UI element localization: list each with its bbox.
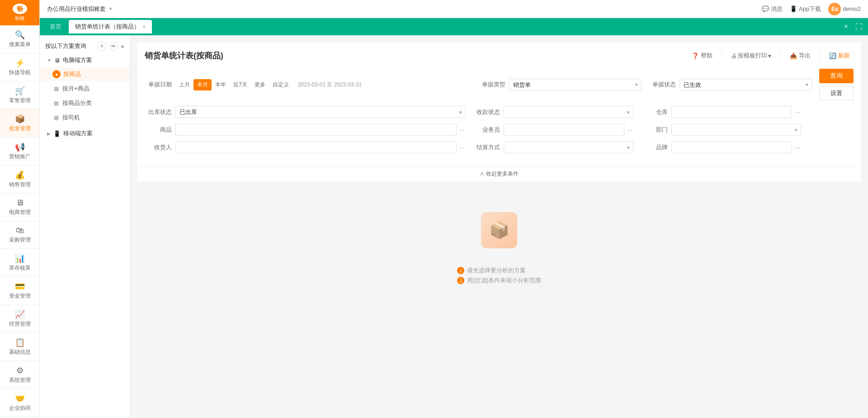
print-template-btn[interactable]: 🖨 按模板打印 ▾ bbox=[727, 50, 775, 62]
more-btn[interactable]: 更多 bbox=[251, 79, 269, 90]
sidebar-item-purchase[interactable]: 🛍 采购管理 bbox=[0, 221, 39, 249]
warehouse-dots[interactable]: ··· bbox=[794, 109, 801, 116]
nav-collapse-btn[interactable]: « bbox=[121, 43, 124, 50]
brand-input[interactable] bbox=[671, 141, 792, 153]
department-select[interactable] bbox=[671, 124, 801, 136]
last7-btn[interactable]: 近7天 bbox=[230, 79, 251, 90]
this-month-btn[interactable]: 本月 bbox=[193, 79, 212, 90]
app-download-action[interactable]: 📱 App下载 bbox=[790, 5, 821, 13]
badge-icon: ● bbox=[55, 72, 58, 77]
logo-icon: 畅 bbox=[13, 4, 27, 14]
filter-main-area: 销货单统计表(按商品) ❓ 帮助 🖨 按模板打印 ▾ bbox=[130, 35, 868, 418]
tab-expand-btn[interactable]: ⛶ bbox=[854, 21, 864, 33]
doc-type-select[interactable]: 销货单 bbox=[509, 79, 642, 91]
workspace-chevron-icon[interactable]: ▾ bbox=[109, 6, 112, 12]
refresh-label: 刷新 bbox=[838, 52, 850, 60]
logo-label: 标账 bbox=[15, 15, 25, 22]
out-status-select[interactable]: 已出库 bbox=[175, 106, 466, 118]
nav-item-by-category-label: 按商品分类 bbox=[62, 99, 92, 107]
consignee-input[interactable] bbox=[175, 141, 457, 153]
operations-icon: 📈 bbox=[15, 309, 25, 319]
refresh-btn[interactable]: 🔄 刷新 bbox=[826, 50, 854, 62]
product-input[interactable] bbox=[175, 124, 457, 136]
tab-close-all-btn[interactable]: × bbox=[842, 21, 850, 33]
custom-btn[interactable]: 自定义 bbox=[269, 79, 292, 90]
sidebar-item-operations[interactable]: 📈 经营管理 bbox=[0, 305, 39, 333]
export-btn[interactable]: 📤 导出 bbox=[786, 50, 814, 62]
sidebar-label-quick: 快捷导航 bbox=[9, 69, 31, 76]
sidebar-item-retail[interactable]: 🛒 零售管理 bbox=[0, 81, 39, 109]
payment-status-label: 收款状态 bbox=[473, 108, 500, 116]
settings-btn[interactable]: 设置 bbox=[819, 86, 854, 100]
sidebar-item-quick[interactable]: ⚡ 快捷导航 bbox=[0, 53, 39, 81]
sidebar-item-ecommerce[interactable]: 🖥 电商管理 bbox=[0, 194, 39, 221]
salesperson-dots[interactable]: ··· bbox=[626, 126, 633, 133]
filter-row-4: 收货人 ··· 结算方式 bbox=[145, 141, 854, 153]
mobile-group-arrow-icon: ▶ bbox=[47, 131, 51, 136]
avatar: Ea bbox=[828, 3, 841, 15]
sidebar-item-sales[interactable]: 💰 销售管理 bbox=[0, 166, 39, 194]
product-label: 商品 bbox=[145, 126, 172, 134]
filter-doc-type: 单据类型 销货单 ▾ bbox=[478, 79, 642, 91]
top-bar-right: 💬 消息 📱 App下载 Ea demo2 bbox=[762, 3, 861, 15]
product-dots[interactable]: ··· bbox=[458, 126, 466, 133]
brand-dots[interactable]: ··· bbox=[794, 144, 801, 151]
this-year-btn[interactable]: 本年 bbox=[212, 79, 230, 90]
doc-type-wrap: 销货单 ▾ bbox=[509, 79, 642, 91]
out-status-label: 出库状态 bbox=[145, 108, 172, 116]
nav-item-by-product[interactable]: ● 按商品 bbox=[40, 67, 130, 81]
nav-item-by-cashier[interactable]: ▦ 按司机 bbox=[40, 110, 130, 125]
user-profile[interactable]: Ea demo2 bbox=[828, 3, 861, 15]
divider-1 bbox=[722, 52, 722, 59]
date-field-wrap: 上月 本月 本年 近7天 更多 自定义 2023-03-01 至 2023-03… bbox=[175, 79, 471, 90]
consignee-dots[interactable]: ··· bbox=[458, 144, 466, 151]
nav-item-by-category[interactable]: ▦ 按商品分类 bbox=[40, 96, 130, 110]
sidebar-item-inventory[interactable]: 📊 库存核算 bbox=[0, 249, 39, 277]
settlement-select[interactable] bbox=[504, 141, 633, 153]
last-month-btn[interactable]: 上月 bbox=[175, 79, 193, 90]
nav-group-pc: ▼ 🖥 电脑端方案 ● 按商品 ▦ 按月+商品 ▦ 按商品分类 bbox=[40, 53, 130, 125]
nav-item-by-month-product[interactable]: ▦ 按月+商品 bbox=[40, 81, 130, 96]
nav-edit-btn[interactable]: ✏ bbox=[109, 42, 118, 51]
filter-card: 销货单统计表(按商品) ❓ 帮助 🖨 按模板打印 ▾ bbox=[137, 43, 861, 181]
message-action[interactable]: 💬 消息 bbox=[762, 5, 783, 13]
nav-group-pc-title[interactable]: ▼ 🖥 电脑端方案 bbox=[40, 53, 130, 67]
query-btn[interactable]: 查询 bbox=[819, 69, 854, 83]
page-title-actions: ❓ 帮助 🖨 按模板打印 ▾ 📤 bbox=[688, 50, 854, 62]
payment-status-select[interactable] bbox=[504, 106, 633, 118]
main-area: 办公用品行业模拟账套 ▾ 💬 消息 📱 App下载 Ea demo2 首页 bbox=[40, 0, 868, 418]
salesperson-input[interactable] bbox=[504, 124, 624, 136]
sidebar-item-enterprise[interactable]: 🤝 企业协同 bbox=[0, 389, 39, 417]
empty-hints: 1 请先选择要分析的方案 2 用[过滤]条件来缩小分析范围 bbox=[457, 266, 541, 286]
tab-sales-stats[interactable]: 销货单统计表（按商品） × bbox=[69, 20, 152, 33]
sidebar-item-search[interactable]: 🔍 搜索菜单 bbox=[0, 25, 39, 53]
tab-close-btn[interactable]: × bbox=[142, 24, 146, 30]
tab-home[interactable]: 首页 bbox=[43, 20, 68, 33]
collapse-bar-label: ∧ 收起更多条件 bbox=[480, 170, 518, 178]
filter-row-3: 商品 ··· 业务员 ··· bbox=[145, 124, 854, 136]
filter-warehouse: 仓库 ··· bbox=[641, 106, 801, 118]
sidebar-label-search: 搜索菜单 bbox=[9, 41, 31, 48]
page-title-bar: 销货单统计表(按商品) ❓ 帮助 🖨 按模板打印 ▾ bbox=[145, 50, 854, 62]
doc-status-select[interactable]: 已生效 bbox=[679, 79, 812, 91]
help-btn[interactable]: ❓ 帮助 bbox=[688, 50, 716, 62]
nav-group-mobile-title[interactable]: ▶ 📱 移动端方案 bbox=[40, 127, 130, 140]
empty-hint-2: 2 用[过滤]条件来缩小分析范围 bbox=[457, 276, 541, 285]
content-area: 按以下方案查询 + ✏ « ▼ 🖥 电脑端方案 ● 按商 bbox=[40, 35, 868, 418]
sidebar-item-finance[interactable]: 💳 资金管理 bbox=[0, 277, 39, 305]
empty-icon: 📦 bbox=[472, 212, 526, 257]
hint-1-num: 1 bbox=[457, 267, 464, 274]
warehouse-input[interactable] bbox=[671, 106, 792, 118]
system-icon: ⚙ bbox=[16, 366, 24, 375]
nav-add-btn[interactable]: + bbox=[97, 42, 106, 51]
collapse-bar[interactable]: ∧ 收起更多条件 bbox=[137, 166, 861, 181]
sidebar-item-basic[interactable]: 📋 基础信息 bbox=[0, 333, 39, 361]
empty-state: 📦 1 请先选择要分析的方案 2 用[过滤]条件来缩小分析范围 bbox=[137, 185, 861, 314]
sidebar-item-marketing[interactable]: 📢 营销推广 bbox=[0, 138, 39, 166]
filter-settlement: 结算方式 ▾ bbox=[473, 141, 633, 153]
help-label: 帮助 bbox=[701, 52, 712, 60]
sidebar-item-system[interactable]: ⚙ 系统管理 bbox=[0, 361, 39, 389]
sidebar-item-wholesale[interactable]: 📦 批发管理 bbox=[0, 109, 39, 138]
filter-department: 部门 ▾ bbox=[641, 124, 801, 136]
app-logo: 畅 标账 bbox=[0, 0, 39, 25]
